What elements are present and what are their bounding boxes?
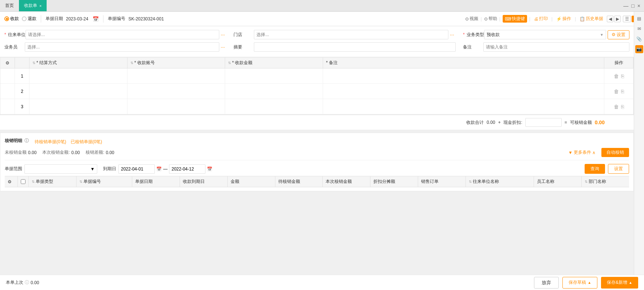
date-to-input[interactable] — [169, 164, 205, 174]
sidebar-camera-icon[interactable]: 📷 — [635, 45, 643, 53]
shortcut-btn[interactable]: ⌨ 快捷键 — [503, 15, 527, 23]
query-btn[interactable]: 查询 — [585, 164, 605, 174]
delete-icon-3[interactable]: 🗑 — [614, 104, 619, 110]
staff-field: 业务员 ··· — [4, 42, 226, 52]
td-amount-2[interactable] — [225, 84, 323, 99]
shop-input[interactable] — [254, 30, 448, 39]
divider-1 — [41, 15, 41, 23]
total-val: 0.00 — [487, 120, 495, 125]
tab-home[interactable]: 首页 — [0, 0, 19, 11]
counterpart-input[interactable] — [25, 30, 219, 39]
td-amount-1[interactable] — [225, 68, 323, 83]
save-btn[interactable]: 保存&新增 ▲ — [601, 277, 638, 289]
bth-checkbox[interactable] — [18, 176, 29, 187]
staff-input[interactable] — [25, 42, 219, 52]
th-settings[interactable]: ⚙ — [0, 58, 15, 68]
auto-verify-btn[interactable]: 自动核销 — [601, 148, 629, 157]
sort-icon-type: ⇅ — [32, 180, 35, 184]
range-select[interactable]: ▼ — [24, 164, 97, 174]
tab-current-label: 收款单 — [24, 3, 37, 9]
sidebar-mail-icon[interactable]: ✉ — [635, 25, 643, 33]
abandon-btn[interactable]: 放弃 — [534, 277, 559, 289]
sidebar-clip-icon[interactable]: 📎 — [635, 35, 643, 43]
tab-current[interactable]: 收款单 × — [19, 0, 47, 11]
date-from-input[interactable] — [118, 164, 155, 174]
ops-label: 操作 — [562, 16, 571, 22]
tab-close-icon[interactable]: × — [39, 4, 42, 8]
copy-icon-1[interactable]: ⎘ — [621, 73, 624, 79]
td-settle-3[interactable] — [30, 99, 127, 114]
range-label: 单据范围 — [5, 166, 22, 172]
copy-icon-3[interactable]: ⎘ — [621, 104, 624, 110]
doc-num-value: SK-20230324-001 — [128, 16, 164, 21]
table-row: 3 🗑 ⎘ — [0, 99, 633, 114]
bth-discount: 折扣分摊额 — [370, 176, 418, 187]
close-btn[interactable]: × — [637, 3, 640, 9]
td-num-2: 2 — [15, 84, 30, 99]
footer-info-icon[interactable]: ⓘ — [25, 279, 29, 286]
section-info-icon[interactable]: ⓘ — [24, 138, 29, 144]
help-label: 帮助 — [488, 16, 497, 22]
td-remark-2[interactable] — [323, 84, 604, 99]
calendar-to-icon[interactable]: 📅 — [207, 166, 212, 172]
tab-home-label: 首页 — [5, 3, 14, 9]
td-account-2[interactable] — [127, 84, 225, 99]
radio-refund[interactable]: 退款 — [22, 16, 36, 22]
minimize-btn[interactable]: — — [623, 3, 628, 9]
draft-btn[interactable]: 保存草稿 ▲ — [562, 277, 597, 289]
business-type-select[interactable]: 预收款 ▼ — [484, 30, 606, 39]
filter-row: 单据范围 ▼ 到期日 📅 — 📅 查询 设置 — [5, 160, 629, 176]
help-link[interactable]: ⊙ 帮助 — [484, 16, 497, 22]
delete-icon-2[interactable]: 🗑 — [614, 89, 619, 94]
th-amount: ⇅ * 收款金额 — [225, 58, 323, 68]
bth-doc-num: ⇅ 单据编号 — [76, 176, 133, 187]
radio-refund-label: 退款 — [28, 16, 36, 22]
calendar-from-icon[interactable]: 📅 — [156, 166, 162, 172]
td-remark-3[interactable] — [323, 99, 604, 114]
td-amount-3[interactable] — [225, 99, 323, 114]
delete-icon-1[interactable]: 🗑 — [614, 73, 619, 79]
td-settle-1[interactable] — [30, 68, 127, 83]
bth-doc-date: 单据日期 — [132, 176, 180, 187]
operations-btn[interactable]: ⚡ 操作 — [555, 15, 573, 23]
maximize-btn[interactable]: □ — [631, 3, 634, 9]
td-account-3[interactable] — [127, 99, 225, 114]
radio-receipt[interactable]: 收款 — [4, 16, 19, 22]
history-btn[interactable]: 📋 历史单据 — [578, 15, 605, 23]
date-picker-icon[interactable]: 📅 — [93, 16, 99, 22]
staff-label: 业务员 — [4, 44, 25, 50]
note-input[interactable] — [483, 42, 629, 52]
td-settle-2[interactable] — [30, 84, 127, 99]
staff-more-btn[interactable]: ··· — [219, 44, 227, 50]
set-btn[interactable]: 设置 — [608, 164, 629, 174]
bth-settings[interactable]: ⚙ — [5, 176, 18, 187]
td-remark-1[interactable] — [323, 68, 604, 83]
nav-next[interactable]: ▶ — [614, 16, 621, 22]
summary-input[interactable] — [254, 42, 455, 52]
settings-button[interactable]: ⚙ 设置 — [608, 30, 629, 39]
due-label: 到期日 — [103, 166, 116, 172]
shop-more-btn[interactable]: ··· — [448, 32, 456, 38]
sidebar-table-icon[interactable]: ▤ — [635, 15, 643, 23]
nav-prev[interactable]: ◀ — [607, 16, 613, 22]
completed-tab[interactable]: 已核销单据(0笔) — [71, 139, 102, 145]
table-row: 2 🗑 ⎘ — [0, 84, 633, 99]
view-list[interactable]: ☰ — [623, 16, 631, 22]
th-remark: * 备注 — [323, 58, 604, 68]
td-account-1[interactable] — [127, 68, 225, 83]
tab-bar: 首页 收款单 × — □ × — [0, 0, 644, 12]
discount-input[interactable] — [525, 118, 562, 127]
sort-icon-2: ⇅ — [130, 61, 133, 65]
discount-label: 现金折扣: — [503, 119, 522, 126]
more-filters-btn[interactable]: ▼ 更多条件 ∧ — [568, 149, 596, 156]
video-link[interactable]: ⊙ 视频 — [465, 16, 478, 22]
counterpart-label: * 往来单位 — [4, 32, 25, 38]
pending-tab[interactable]: 待核销单据(0笔) — [35, 139, 66, 145]
select-all-checkbox[interactable] — [21, 179, 25, 184]
copy-icon-2[interactable]: ⎘ — [621, 89, 624, 94]
print-btn[interactable]: 🖨 打印 — [533, 15, 549, 23]
counterpart-more-btn[interactable]: ··· — [219, 32, 227, 38]
shop-label: 门店 — [233, 32, 254, 38]
draft-label: 保存草稿 — [569, 279, 586, 286]
shortcut-label: 快捷键 — [512, 16, 525, 22]
